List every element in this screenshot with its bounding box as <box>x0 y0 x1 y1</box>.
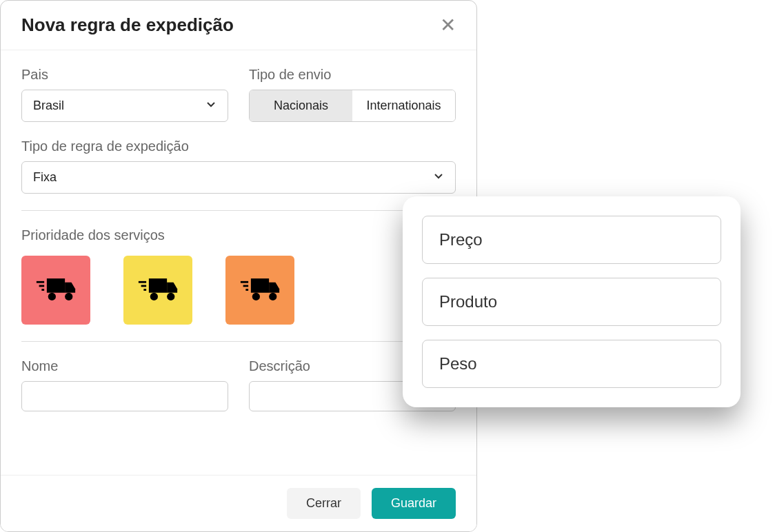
chevron-down-icon <box>205 99 217 113</box>
rule-type-select[interactable]: Fixa <box>21 161 456 194</box>
truck-icon <box>239 273 281 307</box>
svg-rect-4 <box>39 285 45 287</box>
country-label: Pais <box>21 67 228 83</box>
svg-point-7 <box>150 293 158 300</box>
svg-rect-9 <box>139 281 146 283</box>
name-input[interactable] <box>21 381 228 411</box>
divider <box>21 341 456 342</box>
truck-icon <box>35 273 77 307</box>
svg-rect-11 <box>143 289 146 291</box>
svg-rect-16 <box>243 285 249 287</box>
truck-icon <box>137 273 179 307</box>
rule-type-popup: Preço Produto Peso <box>403 196 741 407</box>
name-field: Nome <box>21 358 228 411</box>
svg-rect-10 <box>141 285 147 287</box>
svg-rect-6 <box>149 278 167 293</box>
close-button[interactable]: ✕ <box>440 16 456 35</box>
modal-header: Nova regra de expedição ✕ <box>1 1 476 50</box>
svg-rect-15 <box>241 281 248 283</box>
modal-footer: Cerrar Guardar <box>1 475 476 531</box>
svg-rect-17 <box>245 289 248 291</box>
rule-type-label: Tipo de regra de expedição <box>21 139 456 154</box>
service-priority-row <box>21 256 456 325</box>
popup-option-product[interactable]: Produto <box>422 278 721 326</box>
svg-point-13 <box>252 293 260 300</box>
toggle-national[interactable]: Nacionais <box>250 90 352 121</box>
country-value: Brasil <box>33 99 64 113</box>
svg-rect-0 <box>47 278 65 293</box>
shipping-type-field: Tipo de envio Nacionais Internationais <box>249 67 456 122</box>
svg-rect-3 <box>37 281 44 283</box>
rule-type-field: Tipo de regra de expedição Fixa <box>21 139 456 194</box>
service-card-orange[interactable] <box>225 256 294 325</box>
service-card-yellow[interactable] <box>123 256 192 325</box>
svg-point-1 <box>48 293 56 300</box>
close-icon: ✕ <box>440 14 456 36</box>
modal-title: Nova regra de expedição <box>21 14 234 36</box>
divider <box>21 210 456 211</box>
country-field: Pais Brasil <box>21 67 228 122</box>
shipping-type-toggle: Nacionais Internationais <box>249 90 456 122</box>
popup-option-price[interactable]: Preço <box>422 216 721 264</box>
rule-type-value: Fixa <box>33 170 57 185</box>
close-footer-button[interactable]: Cerrar <box>287 488 361 519</box>
svg-point-2 <box>65 293 72 300</box>
popup-option-weight[interactable]: Peso <box>422 340 721 388</box>
shipping-type-label: Tipo de envio <box>249 67 456 83</box>
country-select[interactable]: Brasil <box>21 90 228 122</box>
svg-rect-12 <box>251 278 269 293</box>
save-button[interactable]: Guardar <box>372 488 456 519</box>
service-card-red[interactable] <box>21 256 90 325</box>
name-label: Nome <box>21 358 228 374</box>
svg-rect-5 <box>41 289 44 291</box>
toggle-international[interactable]: Internationais <box>352 90 455 121</box>
svg-point-8 <box>167 293 174 300</box>
priority-label: Prioridade dos serviços <box>21 227 456 243</box>
chevron-down-icon <box>433 170 444 185</box>
svg-point-14 <box>269 293 276 300</box>
